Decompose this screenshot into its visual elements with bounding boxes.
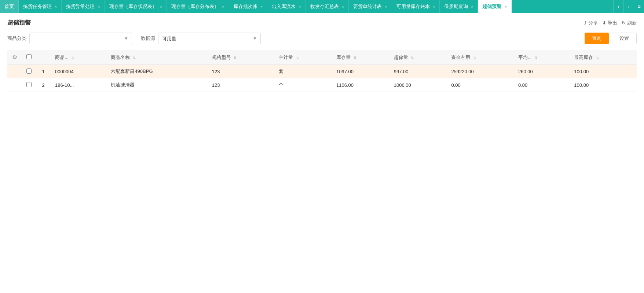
close-icon[interactable]: × [160,4,162,9]
product-name-cell: 六配套新昌490BPG [106,65,207,78]
row-checkbox-cell[interactable] [22,78,36,92]
spec-cell: 123 [208,78,275,92]
close-icon[interactable]: × [98,4,100,9]
spec-header[interactable]: 规格型号 ⇅ [208,50,275,65]
header-actions: ⤴ 分享 ⬇ 导出 ↻ 刷新 [584,20,637,26]
spec-cell: 123 [208,65,275,78]
capital-sort-icon: ⇅ [473,56,476,60]
filter-buttons: 查询 设置 [585,33,637,44]
nav-item-available[interactable]: 可用量库存账本× [392,0,440,13]
product-name-cell: 机油滤清器 [106,78,207,92]
export-button[interactable]: ⬇ 导出 [602,20,617,26]
avg-cell: 260.00 [514,65,570,78]
max-stock-cell: 100.00 [570,65,637,78]
unit-header-label: 主计量 [279,55,293,60]
nav-right-arrow[interactable]: › [623,0,634,13]
data-table: ⚙ 商品... ⇅ 商品名称 ⇅ 规格型号 ⇅ [7,50,637,92]
avg-header[interactable]: 平均... ⇅ [514,50,570,65]
gear-header-icon[interactable]: ⚙ [12,54,18,61]
max-stock-header-label: 最高库存 [574,55,593,60]
category-filter: 商品分类 ▼ [7,33,132,44]
nav-item-label: 超储预警 [482,3,501,10]
page-header: 超储预警 ⤴ 分享 ⬇ 导出 ↻ 刷新 [7,19,637,27]
close-icon[interactable]: × [342,4,344,9]
category-select[interactable] [29,33,132,44]
page-title: 超储预警 [7,19,31,27]
close-icon[interactable]: × [55,4,57,9]
overstock-header-label: 超储量 [394,55,408,60]
close-icon[interactable]: × [433,4,435,9]
row-checkbox[interactable] [26,82,32,87]
unit-cell: 套 [274,65,332,78]
close-icon[interactable]: × [299,4,301,9]
nav-item-overstock[interactable]: 超储预警× [478,0,511,13]
nav-menu-arrow[interactable]: ≡ [634,0,644,13]
avg-cell: 0.00 [514,78,570,92]
close-icon[interactable]: × [260,4,263,9]
nav-item-order-stat[interactable]: 要货单统计表× [349,0,392,13]
nav-item-task-mgmt[interactable]: 拣货任务管理× [19,0,62,13]
close-icon[interactable]: × [385,4,387,9]
close-icon[interactable]: × [504,4,506,9]
nav-item-label: 现存量（库存状况表） [109,3,157,10]
query-button[interactable]: 查询 [585,33,609,44]
close-icon[interactable]: × [471,4,473,9]
nav-item-label: 出入库流水 [272,3,296,10]
nav-item-quality[interactable]: 保质期查询× [440,0,478,13]
product-name-header[interactable]: 商品名称 ⇅ [106,50,207,65]
table-header: ⚙ 商品... ⇅ 商品名称 ⇅ 规格型号 ⇅ [7,50,637,65]
overstock-sort-icon: ⇅ [411,56,414,60]
nav-item-home[interactable]: 首页 [0,0,19,13]
share-button[interactable]: ⤴ 分享 [584,20,598,26]
nav-item-label: 收发存汇总表 [310,3,339,10]
nav-item-stock-dist[interactable]: 现存量（库存分布表）× [167,0,229,13]
nav-item-exception[interactable]: 拣货异常处理× [62,0,105,13]
capital-header[interactable]: 资金占用 ⇅ [447,50,514,65]
nav-item-label: 现存量（库存分布表） [171,3,219,10]
settings-button[interactable]: 设置 [612,33,637,44]
overstock-cell: 997.00 [389,65,447,78]
row-checkbox[interactable] [26,68,32,74]
nav-item-collect[interactable]: 收发存汇总表× [306,0,349,13]
nav-item-inout[interactable]: 出入库流水× [267,0,305,13]
product-code-sort-icon: ⇅ [71,56,74,60]
datasource-select-wrap: 可用量 ▼ [158,33,261,44]
stock-header[interactable]: 库存量 ⇅ [332,50,389,65]
share-icon: ⤴ [584,20,587,26]
refresh-button[interactable]: ↻ 刷新 [622,20,637,26]
refresh-label: 刷新 [627,20,637,26]
capital-header-label: 资金占用 [451,55,470,60]
nav-item-label: 拣货异常处理 [66,3,95,10]
nav-item-label: 拣货任务管理 [23,3,52,10]
product-code-header[interactable]: 商品... ⇅ [51,50,106,65]
capital-cell: 259220.00 [447,65,514,78]
top-nav: 首页拣货任务管理×拣货异常处理×现存量（库存状况表）×现存量（库存分布表）×库存… [0,0,644,13]
table-row: 2 186-10... 机油滤清器 123 个 1106.00 1006.00 … [7,78,637,92]
datasource-select[interactable]: 可用量 [158,33,261,44]
export-icon: ⬇ [602,20,606,26]
product-code-cell: 0000004 [51,65,106,78]
nav-left-arrow[interactable]: ‹ [613,0,623,13]
nav-item-label: 库存批次账 [234,3,257,10]
spec-header-label: 规格型号 [212,55,231,60]
row-checkbox-cell[interactable] [22,65,36,78]
gear-header[interactable]: ⚙ [7,50,22,65]
overstock-header[interactable]: 超储量 ⇅ [389,50,447,65]
spec-sort-icon: ⇅ [234,56,237,60]
max-stock-header[interactable]: 最高库存 ⇅ [570,50,637,65]
nav-item-batch[interactable]: 库存批次账× [229,0,267,13]
select-all-checkbox[interactable] [26,54,32,59]
export-label: 导出 [608,20,617,26]
checkbox-header[interactable] [22,50,36,65]
stock-header-label: 库存量 [336,55,351,60]
close-icon[interactable]: × [222,4,224,9]
nav-item-stock-status[interactable]: 现存量（库存状况表）× [105,0,167,13]
filter-area: 商品分类 ▼ 数据源 可用量 ▼ 查询 设置 [7,33,637,44]
nav-arrows: ‹ › ≡ [613,0,644,13]
unit-cell: 个 [274,78,332,92]
row-number: 2 [36,78,51,92]
unit-header[interactable]: 主计量 ⇅ [274,50,332,65]
unit-sort-icon: ⇅ [296,56,299,60]
datasource-filter: 数据源 可用量 ▼ [141,33,261,44]
product-name-header-label: 商品名称 [111,55,130,60]
